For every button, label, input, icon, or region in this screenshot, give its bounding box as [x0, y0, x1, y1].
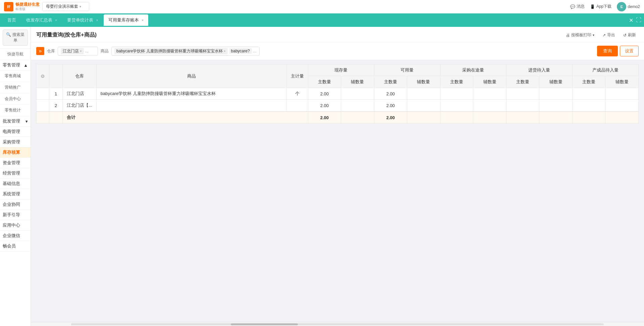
warehouse-tag-0-close[interactable]: ×: [80, 49, 82, 53]
th-finished-main: 主数量: [572, 76, 605, 88]
row-unit-1: [286, 100, 308, 112]
sidebar-section-企业微信[interactable]: 企业微信: [0, 231, 31, 241]
sidebar-item-营销推广[interactable]: 营销推广: [0, 82, 31, 93]
chevron-down-print: ▾: [593, 33, 594, 37]
th-available: 可用量: [374, 64, 440, 76]
footer-purchase-aux: [473, 111, 506, 124]
app-subtitle: 标准版: [15, 7, 40, 11]
sidebar-item-quick-nav[interactable]: 快捷导航: [0, 49, 31, 60]
settings-button[interactable]: 设置: [620, 46, 639, 56]
search-menu-btn[interactable]: 🔍 搜索菜单: [3, 30, 28, 46]
filter-actions: 查询 设置: [597, 46, 639, 56]
row-purchase-main-1: [440, 100, 473, 112]
tab-可用量库存账本-close[interactable]: ×: [142, 18, 144, 22]
sidebar-item-零售商城[interactable]: 零售商城: [0, 71, 31, 82]
bottom-scrollbar[interactable]: [31, 322, 644, 326]
sidebar-section-库存核算[interactable]: 库存核算: [0, 147, 31, 158]
tab-收发存汇总表-close[interactable]: ×: [55, 18, 57, 22]
top-bar-left: 好 畅捷通好生意 标准版 母婴行业演示账套 ▾: [4, 2, 89, 11]
product-more[interactable]: ...: [253, 49, 257, 53]
row-goods-main-0: [506, 88, 539, 100]
tab-收发存汇总表[interactable]: 收发存汇总表 ×: [21, 14, 62, 26]
warehouse-filter-container: 江北门店 × ...: [58, 47, 98, 56]
footer-avail-aux: [407, 111, 440, 124]
sidebar-item-零售统计[interactable]: 零售统计: [0, 105, 31, 116]
row-goods-aux-0: [539, 88, 573, 100]
chevron-down-icon: ▾: [79, 5, 81, 8]
sidebar-section-新手引导[interactable]: 新手引导: [0, 210, 31, 220]
query-button[interactable]: 查询: [597, 46, 618, 56]
print-btn[interactable]: 🖨 按模板打印 ▾: [563, 31, 597, 39]
th-purchase-main: 主数量: [440, 76, 473, 88]
product-tag-0-close[interactable]: ×: [224, 49, 226, 53]
export-btn[interactable]: ↗ 导出: [600, 31, 618, 39]
app-download-btn[interactable]: 📱 App下载: [590, 4, 611, 9]
filter-area: » 仓库 江北门店 × ... 商品 babycare学饮杯 儿童防摔防撞吸管杯…: [31, 42, 644, 60]
sidebar-section-采购管理[interactable]: 采购管理: [0, 137, 31, 147]
footer-finished-aux: [605, 111, 639, 124]
filter-expand-btn[interactable]: »: [36, 47, 44, 55]
close-window-icon[interactable]: ✕: [629, 17, 633, 24]
tab-要货单统计表-close[interactable]: ×: [96, 18, 98, 22]
tab-可用量库存账本-label: 可用量库存账本: [108, 17, 139, 23]
refresh-btn[interactable]: ↺ 刷新: [621, 31, 639, 39]
row-stock-aux-1: [341, 100, 374, 112]
product-tag-0: babycare学饮杯 儿童防摔防撞吸管杯重力球吸嘴杯宝宝水杯 ×: [114, 48, 228, 54]
top-bar: 好 畅捷通好生意 标准版 母婴行业演示账套 ▾ 💬 消息 📱 App下载 E d…: [0, 0, 644, 13]
table-footer-row: 合计 2.00 2.00: [37, 111, 639, 124]
tab-home[interactable]: 首页: [3, 14, 21, 26]
th-warehouse: 仓库: [63, 64, 97, 88]
row-warehouse-0: 江北门店: [63, 88, 97, 100]
message-label: 消息: [577, 4, 585, 9]
sidebar-section-批发管理[interactable]: 批发管理 ▾: [0, 116, 31, 127]
row-index-1: 2: [49, 100, 63, 112]
sidebar-section-畅会员[interactable]: 畅会员: [0, 241, 31, 251]
sidebar-section-经营管理[interactable]: 经营管理: [0, 168, 31, 179]
tab-可用量库存账本[interactable]: 可用量库存账本 ×: [104, 14, 148, 26]
warehouse-more[interactable]: ...: [85, 49, 89, 53]
expand-icon: »: [39, 48, 42, 54]
logo-icon: 好: [4, 2, 13, 11]
row-stock-aux-0: [341, 88, 374, 100]
sidebar-item-会员中心[interactable]: 会员中心: [0, 93, 31, 105]
sidebar-section-零售管理[interactable]: 零售管理 ▲: [0, 60, 31, 71]
footer-stock-aux: [341, 111, 374, 124]
row-settings-0: [37, 88, 49, 100]
tab-收发存汇总表-label: 收发存汇总表: [26, 17, 52, 23]
sidebar-section-系统管理[interactable]: 系统管理: [0, 189, 31, 199]
export-icon: ↗: [602, 33, 606, 38]
sidebar: 🔍 搜索菜单 快捷导航 零售管理 ▲ 零售商城 营销推广 会员中心 零售统计 批…: [0, 27, 31, 326]
maximize-icon[interactable]: ⛶: [636, 17, 641, 23]
th-goods-pending: 进货待入量: [506, 64, 572, 76]
footer-goods-aux: [539, 111, 573, 124]
sidebar-section-企业协同[interactable]: 企业协同: [0, 199, 31, 210]
row-avail-aux-1: [407, 100, 440, 112]
row-goods-main-1: [506, 100, 539, 112]
username-label: demo2: [628, 4, 640, 9]
user-avatar-btn[interactable]: E demo2: [617, 2, 640, 11]
footer-goods-main: [506, 111, 539, 124]
tab-要货单统计表[interactable]: 要货单统计表 ×: [62, 14, 103, 26]
message-btn[interactable]: 💬 消息: [570, 4, 585, 9]
chevron-down-icon-批发: ▾: [25, 119, 28, 124]
sidebar-search: 🔍 搜索菜单: [0, 27, 31, 49]
printer-icon: 🖨: [566, 33, 570, 38]
sidebar-section-应用中心[interactable]: 应用中心: [0, 220, 31, 231]
tab-bar-actions: ✕ ⛶: [629, 17, 641, 24]
th-finished-pending: 产成品待入量: [572, 64, 638, 76]
industry-selector[interactable]: 母婴行业演示账套 ▾: [42, 2, 89, 11]
scroll-thumb[interactable]: [231, 323, 298, 325]
row-finished-main-0: [572, 88, 605, 100]
tab-要货单统计表-label: 要货单统计表: [67, 17, 93, 23]
sidebar-section-电商管理[interactable]: 电商管理: [0, 127, 31, 137]
row-warehouse-1: 江北门店【...: [63, 100, 97, 112]
app-download-label: App下载: [596, 4, 611, 9]
table-settings-icon[interactable]: ⚙: [41, 74, 45, 79]
sidebar-section-资金管理[interactable]: 资金管理: [0, 158, 31, 168]
row-finished-aux-0: [605, 88, 639, 100]
th-goods-main: 主数量: [506, 76, 539, 88]
th-index: [49, 64, 63, 88]
sidebar-section-基础信息[interactable]: 基础信息: [0, 179, 31, 189]
footer-finished-main: [572, 111, 605, 124]
footer-purchase-main: [440, 111, 473, 124]
